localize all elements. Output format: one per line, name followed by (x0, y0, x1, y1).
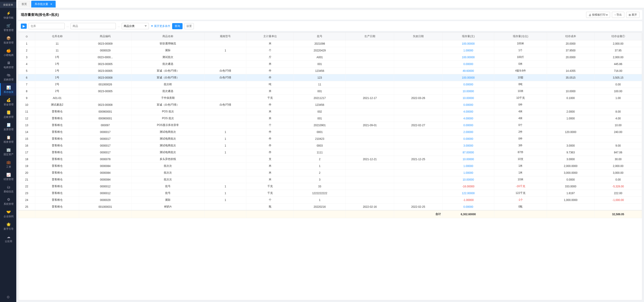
sidebar-item-general[interactable]: 📒 总账管理 (0, 108, 16, 120)
page-actions: 🖨 按模板打印 ▾ ↑ 导出 ⊞ 展开 (586, 12, 640, 18)
table-cell[interactable]: 3.00000 (442, 142, 494, 149)
table-cell: 10米 (494, 88, 547, 95)
table-cell[interactable]: 122.00000 (442, 190, 494, 197)
table-cell: 米 (246, 40, 294, 47)
table-cell[interactable]: 10.00000 (442, 176, 494, 183)
filter-expand-btn[interactable]: ▶ (21, 24, 27, 29)
sidebar-item-newbie[interactable]: 🌟 新手引导 (0, 220, 16, 232)
sidebar-item-tax[interactable]: 📋 税务管理 (0, 133, 16, 145)
sidebar-item-invoice[interactable]: 🧾 发票管理 (0, 120, 16, 133)
table-cell[interactable]: -16.00000 (442, 183, 494, 190)
table-cell (394, 47, 442, 54)
warehouse-input[interactable] (28, 23, 65, 29)
expand-conditions-btn[interactable]: ▼ 展开更多条件 (151, 24, 170, 28)
table-cell: 1号 (35, 54, 79, 61)
table-cell (204, 88, 246, 95)
table-cell (547, 61, 594, 68)
table-cell (204, 108, 246, 115)
table-cell (204, 176, 246, 183)
sidebar-item-fixed[interactable]: 🏢 固定资产 (0, 145, 16, 158)
table-cell: 0000029 (79, 47, 132, 54)
table-settings-button[interactable]: 设置 (184, 23, 194, 29)
table-cell: 0000012 (79, 183, 132, 190)
export-button[interactable]: ↑ 导出 (612, 12, 624, 18)
table-cell[interactable]: 10.00000 (442, 156, 494, 163)
table-row: 23普客粮仓0000012批号1千克1222222222122.00000122… (18, 190, 642, 197)
table-cell[interactable]: 49.60000 (442, 68, 494, 74)
table-cell[interactable]: 0.00000 (442, 61, 494, 68)
table-cell[interactable]: 100.00000 (442, 74, 494, 81)
expand-button[interactable]: ⊞ 展开 (626, 12, 640, 18)
tab-home[interactable]: 首页 (18, 1, 30, 8)
sidebar-search[interactable]: 搜索菜单 (0, 2, 16, 8)
table-cell[interactable]: 1.00000 (442, 170, 494, 176)
table-cell[interactable]: 100.00000 (442, 40, 494, 47)
sidebar-item-hr[interactable]: 💼 工资 (0, 158, 16, 170)
table-row: 12普客粮仓000900001POS 批次米0014.000004米1.0000… (18, 115, 642, 122)
separator2: ... (118, 25, 120, 28)
sidebar-item-cloud[interactable]: ☁ 云应用 (0, 232, 16, 245)
table-cell: 吨 (246, 81, 294, 88)
table-cell[interactable]: 4.00000 (442, 115, 494, 122)
table-cell[interactable]: 0.00000 (442, 81, 494, 88)
sidebar-item-mini-ecom[interactable]: 🍊 小橙电商 (0, 46, 16, 59)
table-cell: 20.0000 (547, 54, 594, 61)
table-cell: 测试批次 (132, 54, 204, 61)
table-cell[interactable]: 10.00000 (442, 88, 494, 95)
sidebar-item-retail[interactable]: 🛒 零售管理 (0, 21, 16, 34)
search-button[interactable]: 查询 (172, 23, 182, 29)
sidebar-item-purchase[interactable]: 🛍 采购管理 (0, 71, 16, 83)
sidebar-item-ops[interactable]: 📈 经营管理 (0, 170, 16, 183)
table-row: 11普客粮仓000900001POS 批次米0024.000004米2.0000… (18, 108, 642, 115)
table-cell (204, 81, 246, 88)
table-cell: 多头异色软线 (132, 156, 204, 163)
table-cell: -1,000.00 (594, 197, 642, 203)
table-cell: 2,000.0000 (547, 163, 594, 170)
table-cell: 11 (35, 40, 79, 47)
table-cell: 米 (246, 176, 294, 183)
sidebar-item-quick-nav[interactable]: ⚡ 快捷导航 (0, 9, 16, 21)
sidebar-item-wholesale[interactable]: 📦 批发管理 (0, 34, 16, 46)
table-cell (346, 74, 394, 81)
wholesale-icon: 📦 (2, 36, 16, 40)
table-cell[interactable]: 10.00000 (442, 95, 494, 101)
table-cell[interactable]: 0.00000 (442, 122, 494, 129)
table-row: 22普客粮仓0000012批号1千克33-16.00000-16千克333.00… (18, 183, 642, 190)
goods-input[interactable] (70, 23, 116, 29)
table-cell[interactable]: 2.00000 (442, 129, 494, 135)
table-cell[interactable]: 0.00000 (442, 203, 494, 210)
table-cell: 白色/巧情 (204, 68, 246, 74)
sidebar: 搜索菜单 ⚡ 快捷导航 🛒 零售管理 📦 批发管理 🍊 小橙电商 🖥 电商管理 … (0, 0, 16, 302)
table-cell: 0000084 (79, 170, 132, 176)
table-cell[interactable]: 100.00000 (442, 54, 494, 61)
sidebar-item-ecom[interactable]: 🖥 电商管理 (0, 59, 16, 71)
sidebar-item-inventory[interactable]: 📊 库存核算 (0, 83, 16, 96)
table-cell[interactable]: 87.00000 (442, 149, 494, 156)
sidebar-item-basic[interactable]: 🗂 基础信息 (0, 183, 16, 195)
table-cell (394, 170, 442, 176)
inventory-table: ⊙ 仓库名称 商品编码 商品名称 规格型号 主计量单位 批号 生产日期 失效日期… (18, 33, 642, 218)
table-cell: 子件保质期 (132, 95, 204, 101)
table-cell: 批次次 (132, 163, 204, 170)
table-cell[interactable]: 4.00000 (442, 108, 494, 115)
table-cell[interactable]: 1.00000 (442, 47, 494, 54)
table-cell (346, 88, 394, 95)
table-cell: 30.00 (594, 156, 642, 163)
settings-gear[interactable]: ⚙ (0, 292, 16, 302)
table-cell[interactable]: -1.00000 (442, 197, 494, 203)
table-cell: 87件 (494, 149, 547, 156)
table-cell: 批号 (132, 190, 204, 197)
tab-inventory-batch[interactable]: 库存批次量 ✕ (31, 1, 56, 8)
table-cell[interactable]: 0.00000 (442, 135, 494, 142)
print-button[interactable]: 🖨 按模板打印 ▾ (586, 12, 610, 18)
sidebar-item-asset[interactable]: 💰 资金管理 (0, 96, 16, 108)
sidebar-item-system[interactable]: ⚙ 系统管理 (0, 195, 16, 208)
table-cell: 20.0000 (547, 40, 594, 47)
table-cell[interactable]: 0.00000 (442, 101, 494, 108)
sidebar-item-collab[interactable]: 🤝 企业协同 (0, 208, 16, 220)
table-cell[interactable]: 1.00000 (442, 163, 494, 170)
category-select[interactable]: 商品分类 (122, 23, 149, 29)
tab-close-icon[interactable]: ✕ (50, 3, 52, 6)
table-cell: 1 (204, 190, 246, 197)
table-cell: 11 (35, 47, 79, 54)
